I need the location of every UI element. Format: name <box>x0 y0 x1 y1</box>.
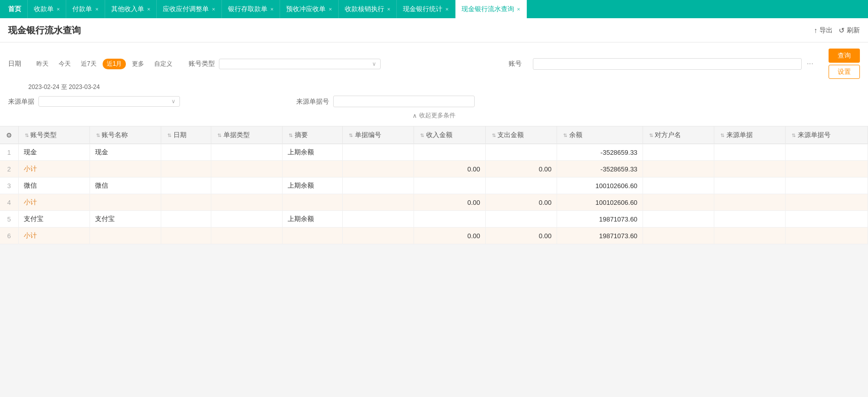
gear-icon: ⚙ <box>6 131 12 139</box>
nav-tab-其他收入单[interactable]: 其他收入单× <box>105 0 157 18</box>
account-input[interactable] <box>533 58 801 70</box>
summary-cell: 上期余额 <box>283 144 343 161</box>
refresh-button[interactable]: ↺ 刷新 <box>839 26 860 35</box>
close-icon[interactable]: × <box>270 6 273 12</box>
close-icon[interactable]: × <box>95 6 98 12</box>
row-index: 1 <box>0 144 18 161</box>
close-icon[interactable]: × <box>445 6 448 12</box>
date-cell <box>161 194 211 211</box>
account-name-cell: 现金 <box>89 144 161 161</box>
data-table: ⚙⇅ 账号类型⇅ 账号名称⇅ 日期⇅ 单据类型⇅ 摘要⇅ 单据编号⇅ 收入金额⇅… <box>0 126 868 244</box>
col-header-日期[interactable]: ⇅ 日期 <box>161 126 211 144</box>
sort-icon: ⇅ <box>492 133 496 138</box>
account-name-cell <box>89 194 161 211</box>
collapse-button[interactable]: ∧ 收起更多条件 <box>413 111 455 120</box>
source-doc-cell <box>714 211 786 228</box>
nav-tab-收款单[interactable]: 收款单× <box>28 0 66 18</box>
balance-cell: 19871073.60 <box>557 211 643 228</box>
account-label: 账号 <box>509 59 529 68</box>
nav-tab-预收冲应收单[interactable]: 预收冲应收单× <box>280 0 338 18</box>
expense-cell: 0.00 <box>485 194 557 211</box>
top-navigation: 首页 收款单×付款单×其他收入单×应收应付调整单×银行存取款单×预收冲应收单×收… <box>0 0 868 18</box>
export-button[interactable]: ↑ 导出 <box>814 26 833 35</box>
col-header-账号类型[interactable]: ⇅ 账号类型 <box>18 126 89 144</box>
col-header-账号名称[interactable]: ⇅ 账号名称 <box>89 126 161 144</box>
col-header-余额[interactable]: ⇅ 余额 <box>557 126 643 144</box>
sort-icon: ⇅ <box>649 133 653 138</box>
page-header: 现金银行流水查询 ↑ 导出 ↺ 刷新 <box>0 18 868 42</box>
date-pill-近7天[interactable]: 近7天 <box>77 59 101 69</box>
sort-icon: ⇅ <box>349 133 353 138</box>
close-icon[interactable]: × <box>57 6 60 12</box>
sort-icon: ⇅ <box>420 133 424 138</box>
counterpart-cell <box>643 194 714 211</box>
nav-tab-现金银行统计[interactable]: 现金银行统计× <box>397 0 455 18</box>
date-pill-今天[interactable]: 今天 <box>55 59 75 69</box>
date-pill-自定义[interactable]: 自定义 <box>150 59 176 69</box>
export-icon: ↑ <box>814 26 817 34</box>
source-doc-filter-group: 来源单据 ∨ <box>8 96 284 107</box>
summary-cell: 上期余额 <box>283 211 343 228</box>
doc-type-cell <box>211 194 282 211</box>
col-header-来源单据[interactable]: ⇅ 来源单据 <box>714 126 786 144</box>
sort-icon: ⇅ <box>792 133 796 138</box>
doc-no-cell <box>343 178 414 194</box>
source-doc-no-input[interactable] <box>333 96 475 107</box>
source-doc-no-filter-group: 来源单据号 <box>296 96 572 107</box>
col-header-单据编号[interactable]: ⇅ 单据编号 <box>343 126 414 144</box>
doc-type-cell <box>211 144 282 161</box>
nav-tab-现金银行流水查询[interactable]: 现金银行流水查询× <box>455 0 527 18</box>
table-settings-col[interactable]: ⚙ <box>0 126 18 144</box>
account-name-cell <box>89 161 161 178</box>
close-icon[interactable]: × <box>517 6 520 12</box>
source-doc-no-cell <box>786 161 868 178</box>
nav-tab-应收应付调整单[interactable]: 应收应付调整单× <box>157 0 221 18</box>
nav-tab-收款核销执行[interactable]: 收款核销执行× <box>339 0 397 18</box>
summary-cell <box>283 161 343 178</box>
nav-tab-银行存取款单[interactable]: 银行存取款单× <box>222 0 280 18</box>
table-row: 1现金现金上期余额-3528659.33 <box>0 144 868 161</box>
date-pill-更多[interactable]: 更多 <box>128 59 148 69</box>
table-row: 2小计0.000.00-3528659.33 <box>0 161 868 178</box>
date-pills: 昨天今天近7天近1月更多自定义 <box>32 59 176 69</box>
nav-tab-付款单[interactable]: 付款单× <box>66 0 105 18</box>
balance-cell: 100102606.60 <box>557 194 643 211</box>
query-button[interactable]: 查询 <box>829 49 860 63</box>
account-more-button[interactable]: ··· <box>804 59 816 69</box>
close-icon[interactable]: × <box>147 6 150 12</box>
col-header-摘要[interactable]: ⇅ 摘要 <box>283 126 343 144</box>
col-header-来源单据号[interactable]: ⇅ 来源单据号 <box>786 126 868 144</box>
setting-button[interactable]: 设置 <box>829 65 860 79</box>
col-header-收入金额[interactable]: ⇅ 收入金额 <box>414 126 485 144</box>
account-name-cell: 微信 <box>89 178 161 194</box>
header-actions: ↑ 导出 ↺ 刷新 <box>814 26 860 35</box>
col-header-对方户名[interactable]: ⇅ 对方户名 <box>643 126 714 144</box>
account-type-cell: 小计 <box>18 161 89 178</box>
table-row: 6小计0.000.0019871073.60 <box>0 228 868 244</box>
close-icon[interactable]: × <box>212 6 215 12</box>
date-pill-昨天[interactable]: 昨天 <box>32 59 53 69</box>
source-doc-cell <box>714 228 786 244</box>
row-index: 5 <box>0 211 18 228</box>
doc-type-cell <box>211 211 282 228</box>
summary-cell: 上期余额 <box>283 178 343 194</box>
sort-icon: ⇅ <box>25 133 29 138</box>
date-cell <box>161 178 211 194</box>
balance-cell: -3528659.33 <box>557 161 643 178</box>
counterpart-cell <box>643 228 714 244</box>
source-doc-no-cell <box>786 178 868 194</box>
col-header-支出金额[interactable]: ⇅ 支出金额 <box>485 126 557 144</box>
source-doc-select[interactable]: ∨ <box>38 96 180 107</box>
account-type-filter-group: 账号类型 ∨ <box>189 59 496 69</box>
close-icon[interactable]: × <box>387 6 390 12</box>
refresh-icon: ↺ <box>839 26 845 34</box>
nav-home[interactable]: 首页 <box>2 0 28 18</box>
summary-cell <box>283 194 343 211</box>
col-header-单据类型[interactable]: ⇅ 单据类型 <box>211 126 282 144</box>
source-doc-label: 来源单据 <box>8 97 34 106</box>
account-type-select[interactable]: ∨ <box>219 59 381 69</box>
income-cell <box>414 178 485 194</box>
row-index: 2 <box>0 161 18 178</box>
date-pill-近1月[interactable]: 近1月 <box>103 59 126 69</box>
close-icon[interactable]: × <box>329 6 332 12</box>
